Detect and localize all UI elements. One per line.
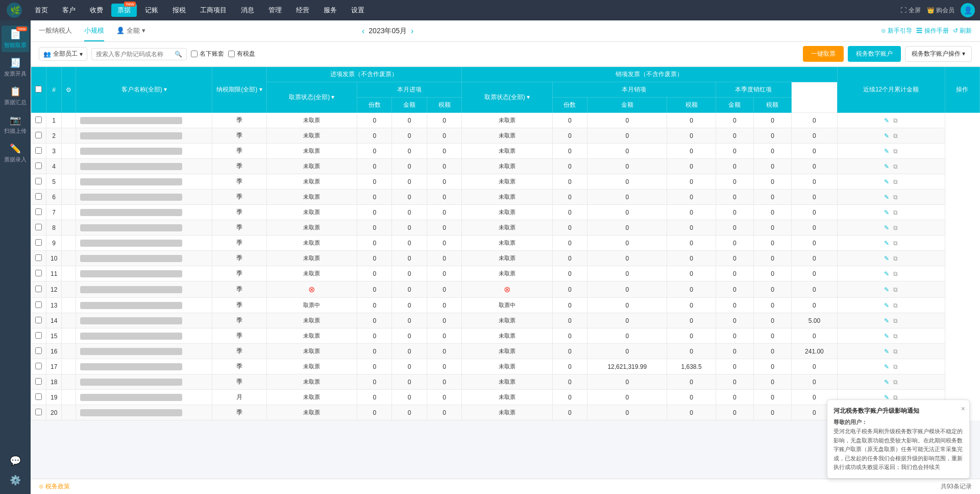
copy-icon[interactable]: ⧉: [893, 132, 898, 139]
edit-icon[interactable]: ✎: [884, 255, 889, 262]
edit-icon[interactable]: ✎: [884, 240, 889, 247]
tab-general-taxpayer[interactable]: 一般纳税人: [39, 21, 72, 41]
edit-icon[interactable]: ✎: [884, 363, 889, 370]
nav-manage[interactable]: 管理: [262, 4, 288, 17]
row-checkbox[interactable]: [35, 409, 42, 415]
nav-invoice[interactable]: 票据 new: [111, 4, 137, 17]
refresh-btn[interactable]: ↺ 刷新: [953, 27, 972, 35]
select-all-checkbox[interactable]: [35, 86, 42, 92]
row-checkbox[interactable]: [35, 224, 42, 230]
nav-service[interactable]: 服务: [317, 4, 343, 17]
row-checkbox[interactable]: [35, 347, 42, 354]
search-box[interactable]: 🔍: [91, 48, 187, 60]
row-checkbox[interactable]: [35, 270, 42, 276]
edit-icon[interactable]: ✎: [884, 209, 889, 216]
nav-business[interactable]: 工商项目: [194, 4, 233, 17]
edit-icon[interactable]: ✎: [884, 132, 889, 139]
sidebar-item-scan[interactable]: 📷 扫描上传: [2, 111, 29, 138]
copy-icon[interactable]: ⧉: [893, 209, 898, 216]
row-checkbox[interactable]: [35, 208, 42, 215]
nav-customer[interactable]: 客户: [56, 4, 82, 17]
row-checkbox[interactable]: [35, 393, 42, 400]
row-checkbox[interactable]: [35, 116, 42, 123]
tax-digital-account-action-btn[interactable]: 税务数字账户操作 ▾: [905, 46, 972, 62]
row-checkbox[interactable]: [35, 254, 42, 261]
sidebar-item-smart-invoice[interactable]: 📄 智能取票 new: [2, 26, 29, 52]
edit-icon[interactable]: ✎: [884, 224, 889, 231]
edit-icon[interactable]: ✎: [884, 117, 889, 124]
manual-btn[interactable]: ☰ 操作手册: [916, 27, 948, 35]
tab-small-scale[interactable]: 小规模: [84, 21, 104, 41]
edit-icon[interactable]: ✎: [884, 270, 889, 277]
row-checkbox[interactable]: [35, 378, 42, 385]
edit-icon[interactable]: ✎: [884, 163, 889, 170]
copy-icon[interactable]: ⧉: [893, 117, 898, 124]
user-avatar[interactable]: 👤: [961, 3, 975, 17]
edit-icon[interactable]: ✎: [884, 348, 889, 355]
nav-settings[interactable]: 设置: [345, 4, 371, 17]
col-settings[interactable]: ⚙: [62, 67, 76, 113]
copy-icon[interactable]: ⧉: [893, 148, 898, 155]
copy-icon[interactable]: ⧉: [893, 286, 898, 293]
nav-fee[interactable]: 收费: [84, 4, 109, 17]
sidebar-item-entry[interactable]: ✏️ 票据录入: [2, 140, 29, 167]
employee-select[interactable]: 👥 全部员工 ▾: [39, 47, 87, 61]
tab-all[interactable]: 👤 全能 ▾: [116, 21, 145, 41]
copy-icon[interactable]: ⧉: [893, 224, 898, 231]
row-checkbox[interactable]: [35, 363, 42, 369]
checkbox-subaccount[interactable]: 名下账套: [191, 50, 224, 58]
copy-icon[interactable]: ⧉: [893, 379, 898, 386]
tax-policy-btn[interactable]: ⊙ 税务政策: [39, 482, 70, 491]
edit-icon[interactable]: ✎: [884, 302, 889, 309]
copy-icon[interactable]: ⧉: [893, 270, 898, 277]
row-checkbox[interactable]: [35, 132, 42, 138]
row-checkbox[interactable]: [35, 286, 42, 292]
copy-icon[interactable]: ⧉: [893, 255, 898, 262]
copy-icon[interactable]: ⧉: [893, 363, 898, 370]
nav-message[interactable]: 消息: [235, 4, 260, 17]
edit-icon[interactable]: ✎: [884, 286, 889, 293]
row-checkbox[interactable]: [35, 147, 42, 154]
row-checkbox[interactable]: [35, 239, 42, 246]
copy-icon[interactable]: ⧉: [893, 194, 898, 201]
search-input[interactable]: [96, 51, 173, 58]
edit-icon[interactable]: ✎: [884, 379, 889, 386]
copy-icon[interactable]: ⧉: [893, 348, 898, 355]
taxdisk-checkbox[interactable]: [228, 51, 235, 57]
sidebar-item-settings[interactable]: ⚙️: [2, 472, 29, 489]
sidebar-item-open-invoice[interactable]: 🧾 发票开具: [2, 54, 29, 81]
edit-icon[interactable]: ✎: [884, 194, 889, 201]
search-icon[interactable]: 🔍: [175, 51, 182, 58]
member-btn[interactable]: 👑 购会员: [927, 6, 954, 15]
nav-home[interactable]: 首页: [29, 4, 54, 17]
nav-operation[interactable]: 经营: [290, 4, 315, 17]
sidebar-item-message[interactable]: 💬: [2, 452, 29, 469]
copy-icon[interactable]: ⧉: [893, 178, 898, 185]
subaccount-checkbox[interactable]: [191, 51, 198, 57]
row-checkbox[interactable]: [35, 332, 42, 339]
nav-tax[interactable]: 报税: [166, 4, 192, 17]
new-guide-btn[interactable]: ⊙ 新手引导: [881, 27, 912, 35]
copy-icon[interactable]: ⧉: [893, 302, 898, 309]
edit-icon[interactable]: ✎: [884, 178, 889, 185]
tax-digital-account-btn[interactable]: 税务数字账户: [848, 46, 901, 62]
one-click-fetch-btn[interactable]: 一键取票: [803, 46, 844, 62]
notification-close-btn[interactable]: ×: [961, 403, 965, 414]
row-checkbox[interactable]: [35, 317, 42, 323]
row-checkbox[interactable]: [35, 193, 42, 200]
row-checkbox[interactable]: [35, 301, 42, 308]
nav-accounting[interactable]: 记账: [139, 4, 164, 17]
edit-icon[interactable]: ✎: [884, 333, 889, 340]
edit-icon[interactable]: ✎: [884, 317, 889, 324]
checkbox-taxdisk[interactable]: 有税盘: [228, 50, 255, 58]
row-checkbox[interactable]: [35, 178, 42, 184]
copy-icon[interactable]: ⧉: [893, 240, 898, 247]
copy-icon[interactable]: ⧉: [893, 333, 898, 340]
copy-icon[interactable]: ⧉: [893, 317, 898, 324]
next-month-btn[interactable]: ›: [411, 27, 413, 36]
row-checkbox[interactable]: [35, 162, 42, 169]
sidebar-item-summary[interactable]: 📋 票据汇总: [2, 83, 29, 109]
copy-icon[interactable]: ⧉: [893, 163, 898, 170]
fullscreen-btn[interactable]: ⛶ 全屏: [900, 6, 920, 15]
prev-month-btn[interactable]: ‹: [362, 27, 364, 36]
